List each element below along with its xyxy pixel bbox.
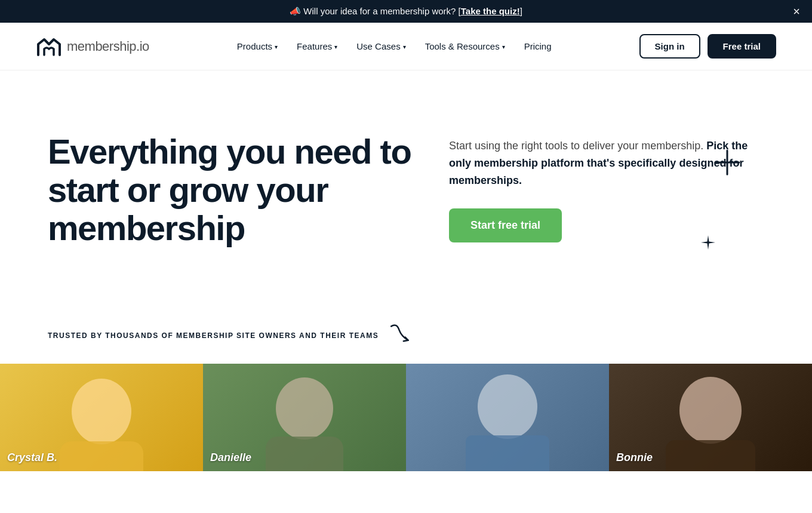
chevron-down-icon: ▾ <box>334 44 337 50</box>
photo-cell-2: Danielle <box>203 364 406 471</box>
person-figure-3 <box>406 364 609 471</box>
svg-point-2 <box>72 379 131 444</box>
sparkle-star-decoration <box>700 234 716 254</box>
start-free-trial-button[interactable]: Start free trial <box>449 208 562 242</box>
svg-rect-9 <box>666 440 755 471</box>
photo-cell-1: Crystal B. <box>0 364 203 471</box>
photo-cell-3 <box>406 364 609 471</box>
hero-left: Everything you need to start or grow you… <box>48 133 420 247</box>
svg-rect-3 <box>60 441 143 471</box>
announcement-text: 📣 Will your idea for a membership work? … <box>290 6 461 16</box>
trusted-doodle-decoration <box>386 320 414 351</box>
photo-cell-4: Bonnie <box>609 364 812 471</box>
nav-features[interactable]: Features ▾ <box>288 36 346 56</box>
cell-label-1: Crystal B. <box>7 451 57 464</box>
hero-title: Everything you need to start or grow you… <box>48 133 420 247</box>
signin-button[interactable]: Sign in <box>639 34 700 59</box>
hero-right: Start using the right tools to deliver y… <box>449 137 764 242</box>
svg-point-6 <box>478 374 537 439</box>
nav-tools-resources[interactable]: Tools & Resources ▾ <box>417 36 513 56</box>
trusted-label: TRUSTED BY THOUSANDS OF MEMBERSHIP SITE … <box>48 331 379 340</box>
svg-point-8 <box>679 377 742 444</box>
svg-point-4 <box>276 377 333 440</box>
header: membership.io Products ▾ Features ▾ Use … <box>0 23 812 70</box>
hero-subtitle: Start using the right tools to deliver y… <box>449 137 764 189</box>
nav-products[interactable]: Products ▾ <box>229 36 286 56</box>
main-nav: Products ▾ Features ▾ Use Cases ▾ Tools … <box>229 36 560 56</box>
chevron-down-icon: ▾ <box>502 44 505 50</box>
free-trial-button[interactable]: Free trial <box>708 34 776 59</box>
announcement-link[interactable]: Take the quiz! <box>461 6 520 16</box>
photo-grid: Crystal B. Danielle Bonnie <box>0 364 812 471</box>
nav-use-cases[interactable]: Use Cases ▾ <box>348 36 414 56</box>
cell-label-4: Bonnie <box>616 451 653 464</box>
logo-text: membership.io <box>67 39 149 54</box>
svg-rect-7 <box>466 435 549 471</box>
hero-section: Everything you need to start or grow you… <box>0 70 812 297</box>
chevron-down-icon: ▾ <box>275 44 278 50</box>
cell-label-2: Danielle <box>210 451 251 464</box>
header-actions: Sign in Free trial <box>639 34 776 59</box>
announcement-text-end: ] <box>520 6 522 16</box>
close-announcement-button[interactable]: × <box>793 5 800 17</box>
logo-icon <box>36 36 62 57</box>
announcement-bar: 📣 Will your idea for a membership work? … <box>0 0 812 23</box>
nav-pricing[interactable]: Pricing <box>516 36 560 56</box>
logo[interactable]: membership.io <box>36 36 149 57</box>
svg-rect-5 <box>266 437 343 471</box>
chevron-down-icon: ▾ <box>403 44 406 50</box>
trusted-section: TRUSTED BY THOUSANDS OF MEMBERSHIP SITE … <box>0 297 812 349</box>
